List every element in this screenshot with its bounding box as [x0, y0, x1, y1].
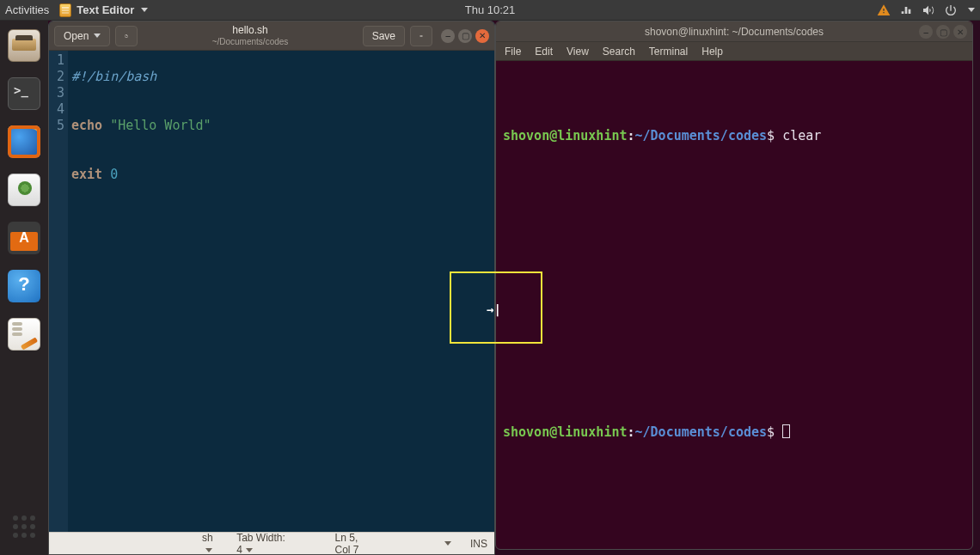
chevron-down-icon [205, 548, 212, 552]
save-button-label: Save [372, 30, 395, 42]
terminal-title: shovon@linuxhint: ~/Documents/codes [645, 26, 824, 38]
line-number: 2 [49, 69, 64, 85]
minimize-button[interactable]: ‒ [919, 25, 933, 39]
terminal-line: shovon@linuxhint:~/Documents/codes$ clea… [503, 128, 965, 144]
hamburger-icon [420, 30, 423, 42]
language-selector[interactable]: sh [202, 532, 219, 556]
terminal-cursor [782, 424, 790, 438]
dock [0, 21, 48, 555]
terminal-line: shovon@linuxhint:~/Documents/codes$ [503, 424, 965, 441]
insert-mode-indicator[interactable]: INS [470, 538, 487, 550]
show-applications-button[interactable] [8, 510, 40, 543]
top-panel: Activities Text Editor Thu 10:21 [0, 0, 980, 21]
terminal-menubar: File Edit View Search Terminal Help [496, 42, 972, 61]
activities-button[interactable]: Activities [5, 3, 49, 16]
warning-icon[interactable] [877, 3, 891, 17]
editor-window: Open hello.sh ~/Documents/codes Save ‒ ▢… [48, 21, 495, 555]
line-number-gutter: 1 2 3 4 5 [49, 51, 68, 532]
terminal-command: clear [782, 128, 821, 143]
maximize-button[interactable]: ▢ [458, 29, 472, 43]
new-document-button[interactable] [115, 26, 138, 46]
open-button[interactable]: Open [54, 26, 110, 46]
maximize-button[interactable]: ▢ [936, 25, 950, 39]
window-snap-cursor-icon: →| [487, 302, 501, 316]
code-line: echo "Hello World" [71, 118, 491, 134]
chevron-down-icon [94, 34, 101, 38]
menu-edit[interactable]: Edit [535, 46, 553, 58]
files-app-icon[interactable] [8, 29, 40, 62]
system-tray [877, 3, 975, 17]
save-button[interactable]: Save [363, 26, 405, 46]
firefox-app-icon[interactable] [8, 125, 40, 158]
terminal-body[interactable]: shovon@linuxhint:~/Documents/codes$ clea… [496, 61, 972, 549]
power-icon[interactable] [944, 3, 958, 17]
clock-label[interactable]: Thu 10:21 [465, 3, 516, 16]
menu-file[interactable]: File [505, 46, 521, 58]
menu-search[interactable]: Search [603, 46, 635, 58]
code-area[interactable]: #!/bin/bash echo "Hello World" exit 0 [68, 51, 494, 532]
line-number: 5 [49, 118, 64, 134]
network-icon[interactable] [899, 3, 913, 17]
tab-width-selector[interactable]: Tab Width: 4 [236, 532, 291, 556]
chevron-down-icon[interactable] [444, 541, 451, 546]
terminal-app-icon[interactable] [8, 77, 40, 110]
chevron-down-icon [141, 8, 148, 12]
chevron-down-icon [246, 548, 253, 552]
app-menu-label: Text Editor [77, 3, 134, 16]
terminal-titlebar[interactable]: shovon@linuxhint: ~/Documents/codes ‒ ▢ … [496, 21, 972, 42]
text-editor-app-icon[interactable] [8, 318, 40, 351]
menu-terminal[interactable]: Terminal [649, 46, 688, 58]
terminal-window-controls: ‒ ▢ ✕ [919, 25, 967, 39]
app-menu[interactable]: Text Editor [59, 3, 148, 17]
ubuntu-store-app-icon[interactable] [8, 222, 40, 254]
editor-body[interactable]: 1 2 3 4 5 #!/bin/bash echo "Hello World"… [49, 51, 494, 532]
apps-grid-icon [13, 515, 35, 538]
volume-icon[interactable] [922, 3, 935, 17]
editor-window-controls: ‒ ▢ ✕ [441, 29, 489, 43]
menu-view[interactable]: View [567, 46, 589, 58]
menu-help[interactable]: Help [701, 46, 723, 58]
terminal-window: shovon@linuxhint: ~/Documents/codes ‒ ▢ … [495, 21, 973, 550]
document-icon [125, 30, 128, 42]
close-button[interactable]: ✕ [475, 29, 489, 43]
close-button[interactable]: ✕ [953, 25, 967, 39]
chevron-down-icon[interactable] [968, 8, 975, 12]
line-number: 3 [49, 85, 64, 101]
hamburger-button[interactable] [410, 26, 432, 46]
editor-filename: hello.sh [143, 25, 357, 36]
editor-title: hello.sh ~/Documents/codes [143, 25, 357, 46]
software-app-icon[interactable] [8, 174, 40, 206]
code-line: #!/bin/bash [71, 69, 491, 85]
open-button-label: Open [64, 30, 89, 42]
minimize-button[interactable]: ‒ [441, 29, 455, 43]
code-line: exit 0 [71, 167, 491, 183]
editor-headerbar: Open hello.sh ~/Documents/codes Save ‒ ▢… [49, 21, 494, 51]
line-number: 4 [49, 101, 64, 118]
text-editor-icon [59, 3, 71, 17]
cursor-position: Ln 5, Col 7 [335, 532, 376, 556]
editor-filepath: ~/Documents/codes [143, 37, 357, 46]
editor-statusbar: sh Tab Width: 4 Ln 5, Col 7 INS [49, 532, 494, 554]
line-number: 1 [49, 52, 64, 69]
help-app-icon[interactable] [8, 270, 40, 302]
